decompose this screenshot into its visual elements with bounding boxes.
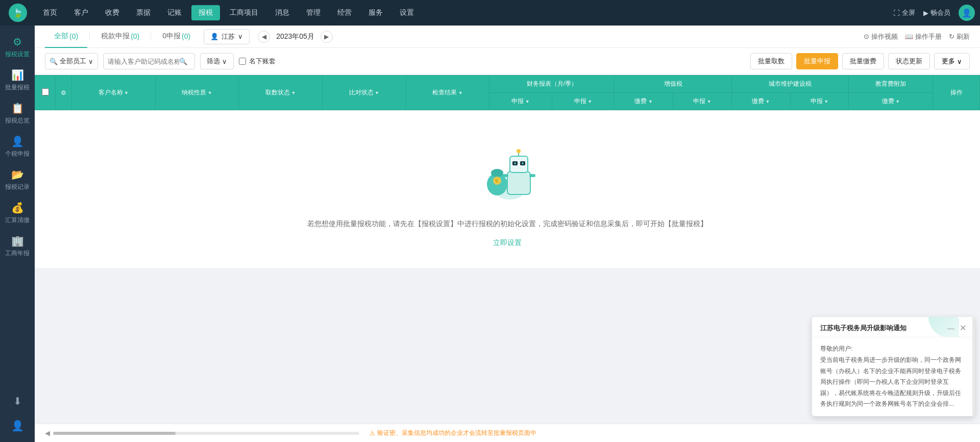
status-update-button[interactable]: 状态更新 bbox=[888, 53, 930, 69]
employee-filter-icon: 🔍 bbox=[50, 58, 58, 65]
col-financial-report: 财务报表（月/季） bbox=[489, 76, 615, 93]
col-customer-name[interactable]: 客户名称 bbox=[72, 76, 156, 110]
setup-link[interactable]: 立即设置 bbox=[493, 238, 522, 247]
fullscreen-icon: ⛶ bbox=[893, 9, 900, 17]
tab-zero-declare[interactable]: 0申报 (0) bbox=[153, 26, 200, 48]
date-next-button[interactable]: ▶ bbox=[321, 31, 333, 43]
search-box[interactable]: 🔍 bbox=[103, 53, 195, 69]
settings-icon[interactable]: ⚙ bbox=[61, 89, 66, 96]
account-checkbox[interactable] bbox=[239, 58, 246, 65]
col-edu-pay[interactable]: 缴费 bbox=[849, 93, 933, 110]
col-urban-declare[interactable]: 申报 bbox=[673, 93, 732, 110]
svg-rect-5 bbox=[507, 171, 530, 194]
download-icon: ⬇ bbox=[11, 395, 23, 407]
region-select[interactable]: 👤 江苏 ∨ bbox=[204, 29, 250, 44]
nav-billing[interactable]: 收费 bbox=[98, 5, 127, 20]
col-tax-nature[interactable]: 纳税性质 bbox=[155, 76, 239, 110]
notification-scrollbar[interactable] bbox=[972, 317, 974, 416]
bulk-pay-button[interactable]: 批量缴费 bbox=[842, 53, 884, 69]
svg-text:¥: ¥ bbox=[495, 178, 498, 184]
nav-invoice[interactable]: 票据 bbox=[129, 5, 158, 20]
sidebar-item-personal-tax[interactable]: 👤 个税申报 bbox=[0, 130, 35, 163]
nav-bookkeeping[interactable]: 记账 bbox=[160, 5, 189, 20]
refresh-icon: ↻ bbox=[949, 33, 954, 40]
col-fetch-status[interactable]: 取数状态 bbox=[239, 76, 323, 110]
employee-select[interactable]: 🔍 全部员工 ∨ bbox=[45, 53, 98, 69]
notification-close-button[interactable]: ✕ bbox=[960, 323, 966, 333]
sidebar-item-bulk-tax[interactable]: 📊 批量报税 bbox=[0, 64, 35, 97]
date-prev-button[interactable]: ◀ bbox=[258, 31, 270, 43]
operation-video-link[interactable]: ⊙ 操作视频 bbox=[864, 32, 898, 41]
nav-tax[interactable]: 报税 bbox=[191, 5, 220, 20]
robot-illustration: ¥ bbox=[477, 141, 538, 202]
nav-customer[interactable]: 客户 bbox=[67, 5, 95, 20]
nav-home[interactable]: 首页 bbox=[36, 5, 64, 20]
svg-point-12 bbox=[522, 162, 524, 164]
toolbar: 🔍 全部员工 ∨ 🔍 筛选 ∨ 名下账套 批量取数 批量申报 批量缴费 状态更新… bbox=[35, 48, 980, 75]
tax-records-icon: 📂 bbox=[11, 168, 23, 181]
tax-settings-icon: ⚙ bbox=[11, 36, 23, 48]
app-logo[interactable]: 🍃 bbox=[5, 0, 31, 26]
notification-minimize-button[interactable]: — bbox=[947, 324, 954, 332]
data-table: ⚙ 客户名称 纳税性质 取数状态 比对状态 检查结果 财务报表（月/季） 增值税… bbox=[35, 75, 980, 268]
dropdown-arrow-icon: ∨ bbox=[88, 58, 93, 65]
empty-state: ¥ bbox=[35, 110, 980, 268]
col-edu-declare[interactable]: 申报 bbox=[790, 93, 849, 110]
col-check-result[interactable]: 检查结果 bbox=[406, 76, 489, 110]
col-vat-declare[interactable]: 申报 bbox=[552, 93, 614, 110]
toolbar-right: 批量取数 批量申报 批量缴费 状态更新 更多 ∨ bbox=[750, 53, 970, 69]
col-vat-pay[interactable]: 缴费 bbox=[615, 93, 673, 110]
bulk-fetch-button[interactable]: 批量取数 bbox=[750, 53, 792, 69]
operation-manual-link[interactable]: 📖 操作手册 bbox=[905, 32, 942, 41]
horizontal-scrollbar[interactable] bbox=[53, 432, 359, 435]
nav-operation[interactable]: 经营 bbox=[330, 5, 359, 20]
nav-settings[interactable]: 设置 bbox=[393, 5, 421, 20]
top-navigation: 🍃 首页 客户 收费 票据 记账 报税 工商项目 消息 管理 经营 服务 设置 … bbox=[0, 0, 980, 26]
notification-title: 江苏电子税务局升级影响通知 bbox=[820, 324, 906, 333]
tab-all[interactable]: 全部 (0) bbox=[45, 26, 87, 48]
nav-management[interactable]: 管理 bbox=[299, 5, 328, 20]
sidebar-item-tax-overview[interactable]: 📋 报税总览 bbox=[0, 97, 35, 130]
search-input[interactable] bbox=[108, 58, 179, 65]
nav-message[interactable]: 消息 bbox=[268, 5, 297, 20]
user-avatar[interactable]: 👤 bbox=[959, 5, 975, 21]
empty-state-row: ¥ bbox=[35, 110, 980, 268]
refresh-link[interactable]: ↻ 刷新 bbox=[949, 32, 970, 41]
sidebar-item-download[interactable]: ⬇ bbox=[9, 390, 26, 412]
empty-message: 若您想使用批量报税功能，请先在【报税设置】中进行报税的初始化设置，完成密码验证和… bbox=[45, 217, 970, 230]
sidebar-item-annual-reconciliation[interactable]: 💰 汇算清缴 bbox=[0, 197, 35, 230]
sidebar-item-annual-report[interactable]: 🏢 工商年报 bbox=[0, 230, 35, 263]
scroll-left-arrow[interactable]: ◀ bbox=[45, 429, 50, 437]
col-compare-status[interactable]: 比对状态 bbox=[322, 76, 406, 110]
col-urban-construction-tax: 城市维护建设税 bbox=[731, 76, 849, 93]
col-financial-declare[interactable]: 申报 bbox=[489, 93, 552, 110]
search-icon[interactable]: 🔍 bbox=[179, 58, 187, 65]
fullscreen-button[interactable]: ⛶ 全屏 bbox=[893, 8, 915, 17]
more-arrow-icon: ∨ bbox=[957, 58, 962, 65]
date-display: 2023年05月 bbox=[276, 32, 314, 41]
data-table-container: ⚙ 客户名称 纳税性质 取数状态 比对状态 检查结果 财务报表（月/季） 增值税… bbox=[35, 75, 980, 268]
member-button[interactable]: ▶ 畅会员 bbox=[923, 8, 950, 17]
svg-rect-15 bbox=[502, 174, 508, 177]
col-urban-pay[interactable]: 缴费 bbox=[731, 93, 790, 110]
logo-icon: 🍃 bbox=[9, 4, 27, 22]
tab-declare[interactable]: 税款申报 (0) bbox=[92, 26, 149, 48]
nav-right: ⛶ 全屏 ▶ 畅会员 👤 bbox=[893, 5, 975, 21]
sidebar-item-tax-records[interactable]: 📂 报税记录 bbox=[0, 163, 35, 197]
play-icon: ⊙ bbox=[864, 33, 869, 40]
sidebar-item-tax-settings[interactable]: ⚙ 报税设置 bbox=[0, 31, 35, 64]
tab-bar: 全部 (0) 税款申报 (0) 0申报 (0) 👤 江苏 ∨ ◀ 2023年05… bbox=[35, 26, 980, 48]
bulk-tax-icon: 📊 bbox=[11, 69, 23, 81]
member-icon: ▶ bbox=[923, 9, 928, 17]
warning-icon: ⚠ bbox=[370, 430, 375, 437]
nav-service[interactable]: 服务 bbox=[361, 5, 390, 20]
nav-business[interactable]: 工商项目 bbox=[223, 5, 265, 20]
filter-button[interactable]: 筛选 ∨ bbox=[200, 53, 234, 69]
select-all-checkbox[interactable] bbox=[42, 88, 49, 95]
svg-point-11 bbox=[514, 162, 516, 164]
more-button[interactable]: 更多 ∨ bbox=[934, 53, 970, 69]
svg-point-2 bbox=[491, 169, 503, 177]
account-checkbox-label[interactable]: 名下账套 bbox=[239, 57, 276, 66]
sidebar-item-user-settings[interactable]: 👤 bbox=[9, 414, 26, 437]
bulk-declare-button[interactable]: 批量申报 bbox=[796, 53, 838, 69]
